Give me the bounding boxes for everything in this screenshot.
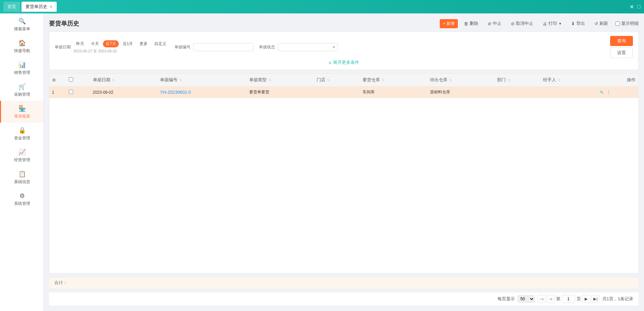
date-yesterday-btn[interactable]: 昨天 (73, 40, 87, 47)
sidebar-item-operation[interactable]: 📈 经营管理 (0, 144, 43, 166)
gear-icon[interactable]: ⚙ (52, 78, 56, 83)
pagination: 每页显示 50 10 20 100 |◀ ◀ 第 页 ▶ ▶| 共1页，1条记录 (49, 292, 639, 306)
inventory-icon: 🏪 (18, 105, 26, 112)
table-header-row: ⚙ 单据日期 ⇅ 单据编号 ⇅ (49, 74, 638, 87)
sort-store-icon[interactable]: ⇅ (327, 78, 330, 82)
date-custom-btn[interactable]: 自定义 (152, 40, 169, 47)
col-handler-label: 经手人 (543, 77, 556, 82)
first-page-btn[interactable]: |◀ (537, 295, 545, 303)
col-pend-warehouse-label: 待出仓库 (430, 77, 447, 82)
status-filter-select[interactable]: 草稿 已提交 已审批 中止 (278, 43, 338, 51)
export-icon: ⬇ (571, 21, 575, 26)
row-req-warehouse: 车间库 (360, 87, 427, 98)
sidebar-item-system[interactable]: ⚙ 系统管理 (0, 188, 43, 210)
row-doctype: 要货单要货 (247, 87, 314, 98)
sidebar-item-inventory-label: 库存核算 (14, 114, 30, 119)
sidebar-item-finance[interactable]: 🔒 资金管理 (0, 123, 43, 144)
select-all-checkbox[interactable] (69, 77, 73, 82)
next-page-btn[interactable]: ▶ (582, 295, 590, 303)
col-docno-label: 单据编号 (160, 77, 177, 82)
purchase-icon: 🛒 (18, 83, 26, 90)
refresh-button[interactable]: ↺ 刷新 (591, 19, 611, 28)
date-1month-btn[interactable]: 近1月 (120, 40, 136, 47)
row-docno: YH-20230602-0 (157, 87, 247, 98)
sort-dept-icon[interactable]: ⇅ (508, 78, 511, 82)
docno-filter-input[interactable] (193, 43, 254, 51)
docno-filter-label: 单据编号 (174, 44, 191, 50)
delete-button[interactable]: 🗑 删除 (461, 19, 482, 28)
export-button[interactable]: ⬇ 导出 (568, 19, 588, 28)
sidebar: 🔍 搜索菜单 🏠 快捷导航 📊 销售管理 🛒 采购管理 🏪 库存核算 🔒 资金管… (0, 13, 44, 311)
date-more-btn[interactable]: 更多 (137, 40, 150, 47)
filter-settings-button[interactable]: 设置 (610, 47, 633, 58)
search-menu-icon: 🔍 (18, 17, 26, 25)
add-button[interactable]: + 新增 (440, 19, 458, 28)
col-req-warehouse-label: 要货仓库 (363, 77, 380, 82)
content-area: 要货单历史 + 新增 🗑 删除 ⊘ 中止 ⊘ 取消中止 🖨 打印 (44, 13, 644, 311)
tab-home[interactable]: 首页 (3, 2, 20, 12)
col-store-label: 门店 (317, 77, 325, 82)
sort-docno-icon[interactable]: ⇅ (179, 78, 182, 82)
expand-more-btn[interactable]: ∨ 展开更多条件 (55, 59, 633, 65)
sidebar-item-inventory[interactable]: 🏪 库存核算 (0, 101, 43, 123)
cancel-stop-icon: ⊘ (511, 21, 515, 26)
sidebar-item-finance-label: 资金管理 (14, 135, 30, 141)
tab-history[interactable]: 要货单历史 ✕ (21, 2, 57, 12)
sidebar-item-sales[interactable]: 📊 销售管理 (0, 57, 43, 79)
row-handler (540, 87, 597, 98)
col-req-warehouse: 要货仓库 ⇅ (360, 74, 427, 87)
date-today-btn[interactable]: 今天 (88, 40, 102, 47)
sort-pendwh-icon[interactable]: ⇅ (449, 78, 452, 82)
sidebar-item-purchase[interactable]: 🛒 采购管理 (0, 79, 43, 101)
page-number-input[interactable] (562, 295, 575, 303)
cancel-stop-button[interactable]: ⊘ 取消中止 (507, 19, 537, 28)
per-page-label: 每页显示 (497, 296, 515, 302)
col-doctype: 单据类型 ⇅ (247, 74, 314, 87)
col-action: 操作 (597, 74, 638, 87)
sidebar-item-purchase-label: 采购管理 (14, 92, 30, 97)
delete-icon: 🗑 (464, 21, 468, 26)
date-range-display: 2023-05-27 至 2023-06-02 (73, 49, 169, 54)
col-gear[interactable]: ⚙ (49, 74, 66, 87)
sidebar-item-search[interactable]: 🔍 搜索菜单 (0, 13, 43, 35)
edit-action-icon[interactable]: ✎ (600, 90, 604, 95)
page-title: 要货单历史 (49, 19, 79, 28)
table-area: ⚙ 单据日期 ⇅ 单据编号 ⇅ (49, 73, 639, 273)
top-bar-right: ✕ □ (630, 4, 641, 10)
per-page-select[interactable]: 50 10 20 100 (518, 295, 535, 303)
refresh-icon: ↺ (594, 21, 598, 26)
row-actions: ✎ ⋮ (597, 87, 638, 98)
row-pend-warehouse: 原材料仓库 (427, 87, 495, 98)
sidebar-item-search-label: 搜索菜单 (14, 26, 30, 32)
show-detail-checkbox[interactable] (615, 21, 620, 26)
action-icons: ✎ ⋮ (600, 90, 636, 95)
date-7days-btn[interactable]: 近7天 (103, 40, 119, 47)
col-doctype-label: 单据类型 (249, 77, 267, 82)
doc-link[interactable]: YH-20230602-0 (160, 90, 191, 95)
close-tab-icon[interactable]: ✕ (49, 4, 53, 9)
query-button[interactable]: 查询 (610, 36, 633, 46)
row-dept (494, 87, 540, 98)
date-filter-label: 单据日期 (55, 44, 71, 50)
last-page-btn[interactable]: ▶| (592, 295, 600, 303)
row-select-checkbox[interactable] (69, 90, 73, 94)
show-detail-toggle[interactable]: 显示明细 (615, 20, 639, 27)
prev-page-btn[interactable]: ◀ (547, 295, 555, 303)
window-close-icon[interactable]: ✕ (630, 4, 634, 10)
window-maximize-icon[interactable]: □ (637, 4, 641, 10)
print-button[interactable]: 🖨 打印 ▼ (539, 19, 565, 28)
operation-icon: 📈 (18, 148, 26, 156)
filter-area: 单据日期 昨天 今天 近7天 近1月 更多 自定义 2023-05-27 至 2… (49, 32, 639, 70)
sidebar-item-basic[interactable]: 📋 基础信息 (0, 166, 43, 188)
docno-filter-group: 单据编号 (174, 43, 254, 51)
sort-doctype-icon[interactable]: ⇅ (269, 78, 271, 82)
stop-button[interactable]: ⊘ 中止 (484, 19, 505, 28)
col-date: 单据日期 ⇅ (90, 74, 158, 87)
toolbar: + 新增 🗑 删除 ⊘ 中止 ⊘ 取消中止 🖨 打印 ▼ (440, 19, 639, 28)
basic-icon: 📋 (18, 170, 26, 178)
sort-handler-icon[interactable]: ⇅ (558, 78, 560, 82)
sidebar-item-quicknav[interactable]: 🏠 快捷导航 (0, 35, 43, 57)
sort-date-icon[interactable]: ⇅ (112, 78, 115, 82)
more-action-icon[interactable]: ⋮ (606, 90, 611, 95)
sort-reqwh-icon[interactable]: ⇅ (382, 78, 384, 82)
